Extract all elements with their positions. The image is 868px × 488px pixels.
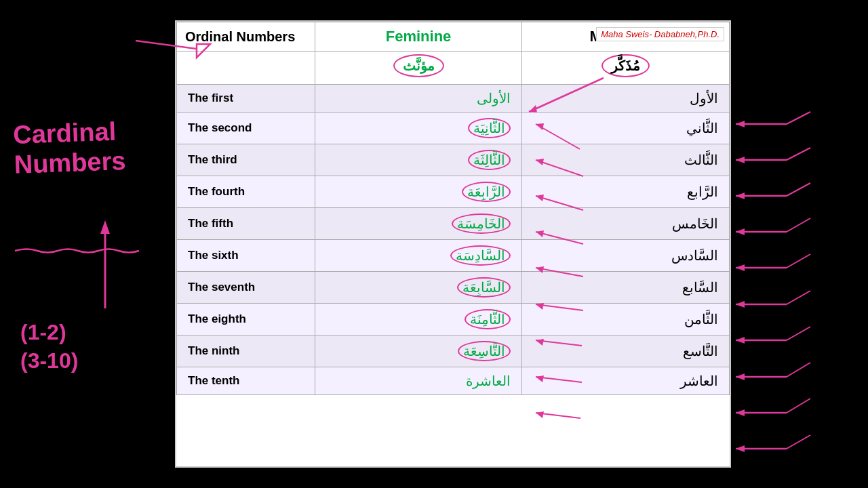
masculine-cell: السَّابع — [522, 272, 730, 304]
feminine-arabic-label: مؤنَّث — [393, 54, 444, 77]
range-line2: (3-10) — [20, 347, 78, 375]
circled-feminine-text: السَّادِسَة — [450, 245, 511, 266]
svg-marker-5 — [736, 121, 745, 127]
circled-feminine-text: الثَّامِنَة — [465, 309, 511, 329]
circled-feminine-text: الثَّانِيَة — [468, 118, 511, 138]
masculine-cell: الثَّاني — [522, 113, 730, 144]
svg-line-12 — [787, 183, 810, 196]
ordinal-cell: The third — [177, 144, 315, 176]
circled-feminine-text: التَّاسِعَة — [458, 341, 511, 361]
ordinal-cell: The ninth — [177, 336, 315, 367]
main-table-container: Maha Sweis- Dababneh,Ph.D. Ordinal Numbe… — [175, 20, 731, 468]
feminine-arabic-subheader: مؤنَّث — [315, 52, 522, 85]
circled-feminine-text: الخَامِسَة — [452, 214, 511, 234]
svg-marker-23 — [736, 337, 745, 344]
ordinal-cell: The seventh — [177, 272, 315, 304]
ordinal-subheader — [177, 52, 315, 85]
svg-line-24 — [787, 327, 810, 340]
table-row: The secondالثَّانِيَةالثَّاني — [177, 113, 730, 144]
masculine-cell: الأول — [522, 85, 730, 113]
table-subheader-row: مؤنَّث مُذَكَّر — [177, 52, 730, 85]
masculine-cell: الرَّابع — [522, 176, 730, 208]
svg-line-6 — [787, 112, 810, 124]
feminine-cell: السَّابِعَة — [315, 272, 522, 304]
feminine-cell: الخَامِسَة — [315, 208, 522, 240]
cardinal-line2: Numbers — [14, 146, 126, 180]
svg-line-27 — [787, 363, 810, 377]
ordinal-cell: The fifth — [177, 208, 315, 240]
masculine-cell: الثَّالث — [522, 144, 730, 176]
svg-marker-14 — [736, 228, 745, 235]
svg-marker-20 — [736, 301, 745, 308]
table-row: The thirdالثَّالِثَةالثَّالث — [177, 144, 730, 176]
circled-feminine-text: الثَّالِثَة — [468, 150, 511, 170]
masculine-cell: الخَامس — [522, 208, 730, 240]
masculine-cell: الثَّامن — [522, 304, 730, 336]
table-row: The fourthالرَّابِعَةالرَّابع — [177, 176, 730, 208]
table-row: The eighthالثَّامِنَةالثَّامن — [177, 304, 730, 336]
svg-line-18 — [787, 254, 810, 268]
feminine-cell: الثَّانِيَة — [315, 113, 522, 144]
ordinal-numbers-table: Ordinal Numbers Feminine Masculine مؤنَّ… — [176, 22, 730, 395]
cardinal-line1: Cardinal — [13, 117, 125, 150]
svg-line-9 — [787, 148, 810, 160]
svg-line-30 — [787, 399, 810, 413]
table-row: The seventhالسَّابِعَةالسَّابع — [177, 272, 730, 304]
ordinal-cell: The sixth — [177, 240, 315, 272]
svg-marker-1 — [100, 220, 110, 234]
watermark: Maha Sweis- Dababneh,Ph.D. — [596, 27, 724, 41]
masculine-cell: العاشر — [522, 367, 730, 395]
feminine-header: Feminine — [315, 22, 522, 52]
svg-marker-26 — [736, 373, 745, 380]
feminine-cell: الثَّامِنَة — [315, 304, 522, 336]
masculine-cell: السَّادس — [522, 240, 730, 272]
masculine-arabic-label: مُذَكَّر — [601, 54, 650, 77]
feminine-cell: السَّادِسَة — [315, 240, 522, 272]
circled-feminine-text: الرَّابِعَة — [462, 182, 511, 202]
table-body: The firstالأولىالأولThe secondالثَّانِيَ… — [177, 85, 730, 395]
cardinal-numbers-annotation: Cardinal Numbers — [13, 117, 127, 180]
feminine-cell: التَّاسِعَة — [315, 336, 522, 367]
svg-marker-8 — [736, 157, 745, 163]
feminine-cell: الأولى — [315, 85, 522, 113]
table-row: The ninthالتَّاسِعَةالتَّاسع — [177, 336, 730, 367]
feminine-cell: الرَّابِعَة — [315, 176, 522, 208]
circled-feminine-text: السَّابِعَة — [457, 277, 511, 298]
svg-marker-32 — [736, 445, 745, 452]
svg-line-21 — [787, 291, 810, 304]
range-line1: (1-2) — [20, 319, 78, 347]
ordinal-header: Ordinal Numbers — [177, 22, 315, 52]
table-row: The firstالأولىالأول — [177, 85, 730, 113]
ordinal-cell: The eighth — [177, 304, 315, 336]
table-row: The tenthالعاشرةالعاشر — [177, 367, 730, 395]
masculine-arabic-subheader: مُذَكَّر — [522, 52, 730, 85]
svg-line-33 — [787, 435, 810, 449]
ordinal-cell: The tenth — [177, 367, 315, 395]
ordinal-cell: The fourth — [177, 176, 315, 208]
svg-marker-17 — [736, 264, 745, 271]
table-row: The sixthالسَّادِسَةالسَّادس — [177, 240, 730, 272]
table-row: The fifthالخَامِسَةالخَامس — [177, 208, 730, 240]
feminine-cell: العاشرة — [315, 367, 522, 395]
svg-marker-29 — [736, 409, 745, 416]
ordinal-cell: The second — [177, 113, 315, 144]
ordinal-cell: The first — [177, 85, 315, 113]
svg-line-15 — [787, 218, 810, 232]
feminine-cell: الثَّالِثَة — [315, 144, 522, 176]
range-annotation: (1-2) (3-10) — [20, 319, 78, 375]
svg-marker-11 — [736, 192, 745, 199]
masculine-cell: التَّاسع — [522, 336, 730, 367]
